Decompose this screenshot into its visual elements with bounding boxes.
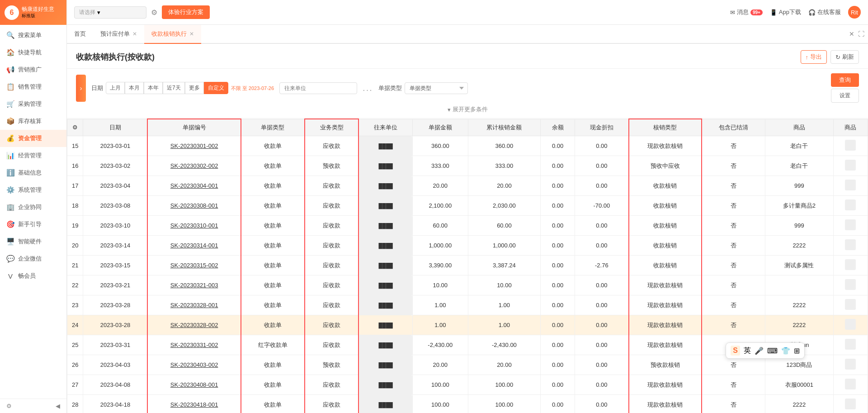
sidebar-item-operations[interactable]: 📊 经营管理	[0, 147, 66, 164]
close-all-tabs-button[interactable]: ✕	[849, 30, 854, 38]
row-bill-no[interactable]: SK-20230418-001	[147, 395, 241, 413]
sidebar-item-hardware[interactable]: 🖥️ 智能硬件	[0, 233, 66, 250]
row-bill-no[interactable]: SK-20230301-002	[147, 136, 241, 156]
this-month-btn[interactable]: 本月	[125, 82, 144, 94]
topbar-settings-icon[interactable]: ⚙	[151, 8, 157, 17]
floating-grid-icon[interactable]: ⊞	[794, 347, 800, 355]
row-counterpart: ████	[359, 395, 412, 413]
row-bill-no[interactable]: SK-20230331-002	[147, 335, 241, 355]
workspace-selector[interactable]: 请选择 ▾	[74, 6, 146, 19]
row-product2	[833, 196, 868, 216]
sidebar-settings-icon[interactable]: ⚙	[6, 403, 12, 409]
query-button[interactable]: 查询	[831, 73, 859, 87]
more-date-btn[interactable]: 更多	[185, 82, 204, 94]
row-settled: 否	[702, 395, 765, 413]
row-bill-no[interactable]: SK-20230308-001	[147, 196, 241, 216]
row-settled: 否	[702, 156, 765, 176]
sidebar-item-purchase[interactable]: 🛒 采购管理	[0, 95, 66, 113]
row-bill-no[interactable]: SK-20230328-002	[147, 315, 241, 335]
row-product: 2222	[765, 295, 833, 315]
row-bill-no[interactable]: SK-20230408-001	[147, 375, 241, 395]
floating-keyboard-icon[interactable]: ⌨	[767, 347, 778, 355]
floating-mic-icon[interactable]: 🎤	[755, 347, 764, 355]
sidebar-item-sales[interactable]: 📋 销售管理	[0, 78, 66, 95]
floating-text-icon[interactable]: 英	[744, 346, 751, 356]
col-settings[interactable]: ⚙	[67, 119, 83, 136]
row-biz-type: 应收款	[305, 395, 359, 413]
sidebar-collapse-icon[interactable]: ◀	[56, 403, 60, 409]
sidebar-item-wechat[interactable]: 💬 企业微信	[0, 250, 66, 267]
row-counterpart: ████	[359, 335, 412, 355]
row-bill-no[interactable]: SK-20230328-001	[147, 295, 241, 315]
row-date: 2023-03-21	[83, 275, 147, 295]
bill-type-filter-group: 单据类型 单据类型	[378, 82, 468, 94]
user-avatar[interactable]: Rit	[848, 6, 861, 19]
tabbar: 首页 预计应付单 ✕ 收款核销执行 ✕ ✕ ⛶	[67, 25, 868, 44]
tab-close-receipt-verify[interactable]: ✕	[189, 31, 194, 37]
col-product2: 商品	[833, 119, 868, 136]
row-bill-no[interactable]: SK-20230321-003	[147, 275, 241, 295]
app-download-button[interactable]: 📱 App下载	[770, 8, 801, 16]
sidebar-item-member[interactable]: V 畅会员	[0, 267, 66, 285]
export-button[interactable]: ↑ 导出	[801, 50, 827, 64]
table-row: 282023-04-18SK-20230418-001收款单应收款████100…	[67, 395, 868, 413]
counterpart-input[interactable]	[279, 82, 357, 94]
row-no: 25	[67, 335, 83, 355]
row-discount: -70.00	[575, 196, 629, 216]
wechat-icon: 💬	[6, 255, 14, 263]
row-counterpart: ████	[359, 375, 412, 395]
sidebar-item-system[interactable]: ⚙️ 系统管理	[0, 181, 66, 199]
sidebar-item-enterprise[interactable]: 🏢 企业协同	[0, 199, 66, 216]
logo-text: 畅康道好生意 标推版	[22, 6, 54, 19]
row-bill-no[interactable]: SK-20230310-001	[147, 216, 241, 236]
row-verify-type: 现款收款核销	[629, 275, 702, 295]
sidebar-item-search[interactable]: 🔍 搜索菜单	[0, 27, 66, 44]
maximize-button[interactable]: ⛶	[858, 30, 864, 38]
tab-receipt-verify[interactable]: 收款核销执行 ✕	[144, 25, 201, 44]
floating-shirt-icon[interactable]: 👕	[781, 347, 790, 355]
page-actions: ↑ 导出 ↻ 刷新	[801, 50, 859, 64]
row-balance: 0.00	[541, 315, 575, 335]
refresh-button[interactable]: ↻ 刷新	[830, 50, 859, 64]
row-verified: -2,430.00	[468, 335, 540, 355]
sidebar-item-marketing[interactable]: 📢 营销推广	[0, 61, 66, 78]
tab-home[interactable]: 首页	[67, 25, 93, 44]
this-year-btn[interactable]: 本年	[144, 82, 163, 94]
row-no: 28	[67, 395, 83, 413]
custom-date-btn[interactable]: 自定义	[204, 82, 228, 94]
row-verify-type: 现款收款核销	[629, 375, 702, 395]
row-date: 2023-03-08	[83, 196, 147, 216]
solution-button[interactable]: 体验行业方案	[162, 5, 210, 19]
row-bill-no[interactable]: SK-20230304-001	[147, 176, 241, 196]
sidebar-item-inventory[interactable]: 📦 库存核算	[0, 113, 66, 130]
expand-more-row[interactable]: ▾ 展开更多条件	[76, 105, 859, 114]
tab-close-pre-payment[interactable]: ✕	[132, 31, 137, 37]
messages-button[interactable]: ✉ 消息 99+	[730, 8, 763, 16]
last-7-days-btn[interactable]: 近7天	[163, 82, 185, 94]
home-icon: 🏠	[6, 48, 14, 57]
last-month-btn[interactable]: 上月	[106, 82, 125, 94]
row-settled: 否	[702, 176, 765, 196]
row-bill-type: 收款单	[241, 295, 305, 315]
sidebar-item-quick-nav[interactable]: 🏠 快捷导航	[0, 44, 66, 61]
row-counterpart: ████	[359, 236, 412, 256]
row-product2	[833, 156, 868, 176]
row-bill-no[interactable]: SK-20230315-002	[147, 256, 241, 275]
row-bill-no[interactable]: SK-20230314-001	[147, 236, 241, 256]
row-product: 999	[765, 176, 833, 196]
row-bill-no[interactable]: SK-20230403-002	[147, 355, 241, 375]
row-verify-type: 现款收款核销	[629, 395, 702, 413]
sidebar-item-guide[interactable]: 🎯 新手引导	[0, 216, 66, 233]
row-bill-type: 收款单	[241, 156, 305, 176]
tab-pre-payment[interactable]: 预计应付单 ✕	[93, 25, 144, 44]
row-no: 26	[67, 355, 83, 375]
online-service-button[interactable]: 🎧 在线客服	[808, 8, 841, 16]
bill-type-select[interactable]: 单据类型	[405, 82, 468, 94]
row-bill-no[interactable]: SK-20230302-002	[147, 156, 241, 176]
sidebar-item-basic[interactable]: ℹ️ 基础信息	[0, 164, 66, 181]
filter-expand-button[interactable]: ›	[76, 75, 86, 102]
sidebar-item-finance[interactable]: 💰 资金管理	[0, 130, 66, 147]
row-bill-type: 红字收款单	[241, 335, 305, 355]
row-verified: 1.00	[468, 295, 540, 315]
settings-button[interactable]: 设置	[831, 89, 859, 103]
